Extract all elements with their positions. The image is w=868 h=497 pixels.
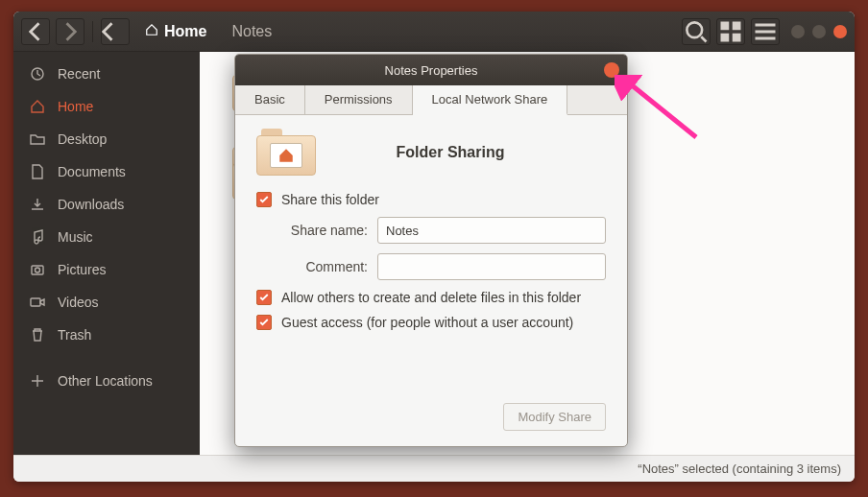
share-name-row: Share name: [256,217,606,244]
sidebar-item-label: Music [58,229,93,245]
dialog-close-button[interactable] [604,62,619,78]
music-icon [29,228,46,246]
share-name-input[interactable] [377,217,606,244]
svg-rect-8 [31,298,40,306]
header-bar: Home Notes [13,12,855,52]
tab-basic[interactable]: Basic [235,85,305,114]
status-text: “Notes” selected (containing 3 items) [638,462,841,476]
share-folder-row: Share this folder [256,192,606,207]
sidebar-item-home[interactable]: Home [13,90,200,123]
comment-input[interactable] [377,253,606,280]
share-name-label: Share name: [279,223,368,238]
breadcrumb-home-label: Home [164,23,206,40]
guest-access-label: Guest access (for people without a user … [281,315,573,330]
dialog-title: Notes Properties [385,63,478,78]
close-window-button[interactable] [833,25,847,38]
breadcrumb-home[interactable]: Home [135,23,216,40]
sidebar-item-label: Trash [58,327,91,343]
allow-others-checkbox[interactable] [256,290,272,305]
sidebar-item-other-locations[interactable]: Other Locations [13,365,200,397]
search-button[interactable] [682,18,711,45]
svg-rect-3 [721,33,730,41]
sidebar-item-music[interactable]: Music [13,221,200,253]
sidebar-item-desktop[interactable]: Desktop [13,123,200,155]
home-icon [29,98,46,115]
trash-icon [29,326,46,343]
sidebar-item-recent[interactable]: Recent [13,58,200,90]
sidebar-item-trash[interactable]: Trash [13,319,200,351]
plus-icon [29,372,46,390]
comment-label: Comment: [279,259,368,274]
minimize-button[interactable] [791,25,805,38]
sidebar-item-label: Desktop [58,131,107,147]
sidebar-item-label: Documents [58,164,126,179]
allow-others-label: Allow others to create and delete files … [281,290,581,305]
sidebar-item-downloads[interactable]: Downloads [13,188,200,221]
sidebar-item-documents[interactable]: Documents [13,155,200,188]
back-button[interactable] [21,18,50,45]
dialog-tabs: Basic Permissions Local Network Share [235,85,627,115]
modify-share-button[interactable]: Modify Share [503,403,606,431]
sidebar: Recent Home Desktop Documents Downloads … [13,52,200,455]
download-icon [29,196,46,213]
home-icon [145,23,158,40]
svg-rect-4 [733,33,741,41]
svg-point-0 [687,22,702,37]
document-icon [29,163,46,180]
properties-dialog: Notes Properties Basic Permissions Local… [234,54,628,447]
guest-access-checkbox[interactable] [256,315,272,330]
tab-permissions[interactable]: Permissions [305,85,413,114]
path-back-button[interactable] [101,18,130,45]
svg-rect-1 [721,21,730,30]
sidebar-item-label: Videos [58,295,99,310]
sidebar-item-label: Other Locations [58,373,153,389]
share-folder-label: Share this folder [281,192,379,207]
share-folder-icon [256,129,316,177]
clock-icon [29,65,46,83]
sidebar-item-label: Recent [58,66,100,82]
dialog-titlebar: Notes Properties [235,55,627,85]
maximize-button[interactable] [812,25,826,38]
breadcrumb-notes[interactable]: Notes [222,23,281,40]
dialog-body: Folder Sharing Share this folder Share n… [235,115,627,340]
window-controls [791,25,847,38]
camera-icon [29,261,46,278]
folder-icon [29,130,46,148]
sidebar-item-label: Home [58,99,93,114]
sidebar-item-pictures[interactable]: Pictures [13,253,200,286]
svg-point-7 [36,268,40,272]
sidebar-item-label: Pictures [58,262,107,277]
allow-others-row: Allow others to create and delete files … [256,290,606,305]
svg-rect-2 [733,21,741,30]
tab-local-network-share[interactable]: Local Network Share [413,85,568,115]
hamburger-menu-button[interactable] [751,18,780,45]
forward-button[interactable] [56,18,84,45]
guest-access-row: Guest access (for people without a user … [256,315,606,330]
sidebar-item-videos[interactable]: Videos [13,286,200,319]
dialog-heading: Folder Sharing [333,144,606,161]
status-bar: “Notes” selected (containing 3 items) [13,455,855,482]
view-toggle-button[interactable] [716,18,745,45]
share-folder-checkbox[interactable] [256,192,272,207]
sidebar-item-label: Downloads [58,197,124,212]
video-icon [29,294,46,311]
comment-row: Comment: [256,253,606,280]
divider [92,21,93,42]
